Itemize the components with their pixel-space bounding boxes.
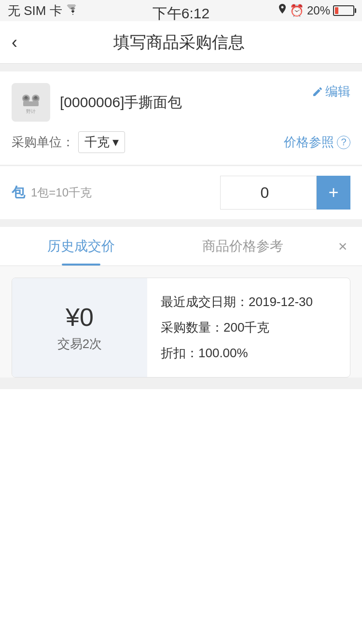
- tabs-header: 历史成交价 商品价格参考 ×: [0, 227, 362, 266]
- discount-row: 折扣：100.00%: [161, 345, 336, 362]
- price-card-right: 最近成交日期：2019-12-30 采购数量：200千克 折扣：100.00%: [147, 278, 350, 377]
- carrier-text: 无 SIM 卡: [8, 2, 62, 19]
- discount-value: 100.00%: [198, 346, 248, 360]
- unit-select[interactable]: 千克 ▾: [78, 131, 125, 153]
- edit-button[interactable]: 编辑: [312, 83, 350, 100]
- nav-bar: ‹ 填写商品采购信息: [0, 21, 362, 64]
- battery-percent: 20%: [307, 4, 330, 17]
- tab-history-price[interactable]: 历史成交价: [0, 227, 162, 266]
- tab-close-button[interactable]: ×: [323, 227, 362, 266]
- price-value: 0: [80, 303, 94, 331]
- price-ref-label: 价格参照: [284, 134, 334, 151]
- product-image: 野计: [12, 83, 50, 122]
- back-button[interactable]: ‹: [12, 32, 17, 53]
- price-ref-button[interactable]: 价格参照 ?: [284, 134, 350, 151]
- price-card-left: ¥0 交易2次: [12, 278, 147, 377]
- battery-icon: [333, 5, 354, 16]
- quantity-detail-label: 采购数量：: [161, 320, 223, 335]
- alarm-icon: ⏰: [290, 4, 304, 17]
- svg-rect-6: [23, 101, 39, 106]
- dropdown-icon: ▾: [112, 135, 119, 150]
- unit-value: 千克: [84, 134, 110, 151]
- recent-date-row: 最近成交日期：2019-12-30: [161, 294, 336, 310]
- empty-space: [0, 389, 362, 644]
- svg-point-5: [34, 96, 37, 99]
- tab-active-indicator: [62, 264, 100, 266]
- currency-symbol: ¥: [66, 303, 80, 331]
- discount-label: 折扣：: [161, 346, 198, 360]
- status-time: 下午6:12: [153, 4, 209, 24]
- wifi-icon: [66, 3, 80, 18]
- product-name: [0000006]手撕面包: [60, 93, 182, 112]
- unit-label: 采购单位：: [12, 134, 74, 151]
- price-amount: ¥0: [66, 303, 94, 332]
- product-card: 野计 [0000006]手撕面包 编辑 采购单位： 千克 ▾ 价格参照 ?: [0, 71, 362, 165]
- tab-history-price-label: 历史成交价: [47, 237, 115, 255]
- quantity-convert-text: 1包=10千克: [31, 185, 92, 200]
- quantity-row: 采购数量：200千克: [161, 319, 336, 336]
- close-icon: ×: [338, 238, 348, 255]
- location-icon: [278, 4, 287, 17]
- tab-product-price-ref[interactable]: 商品价格参考: [162, 227, 323, 266]
- recent-date-value: 2019-12-30: [249, 294, 313, 309]
- page-title: 填写商品采购信息: [25, 31, 333, 54]
- recent-date-label: 最近成交日期：: [161, 294, 249, 309]
- status-left: 无 SIM 卡: [8, 2, 80, 19]
- quantity-input[interactable]: [220, 176, 317, 210]
- tab-product-price-ref-label: 商品价格参考: [202, 237, 283, 255]
- product-unit-row: 采购单位： 千克 ▾ 价格参照 ?: [12, 131, 350, 153]
- svg-point-4: [25, 96, 28, 99]
- price-card: ¥0 交易2次 最近成交日期：2019-12-30 采购数量：200千克 折扣：…: [12, 278, 350, 378]
- svg-text:野计: 野计: [26, 109, 36, 114]
- help-icon: ?: [337, 136, 350, 149]
- status-bar: 无 SIM 卡 下午6:12 ⏰ 20%: [0, 0, 362, 21]
- price-times: 交易2次: [57, 336, 102, 352]
- product-left: 野计 [0000006]手撕面包: [12, 83, 182, 122]
- quantity-plus-button[interactable]: +: [317, 176, 350, 210]
- status-right: ⏰ 20%: [278, 4, 354, 17]
- quantity-detail-value: 200千克: [223, 320, 269, 335]
- quantity-input-group: +: [220, 176, 350, 210]
- product-header: 野计 [0000006]手撕面包 编辑: [12, 83, 350, 122]
- quantity-label: 包 1包=10千克: [12, 183, 92, 202]
- quantity-unit-icon: 包: [12, 183, 25, 202]
- quantity-section: 包 1包=10千克 +: [0, 166, 362, 219]
- tabs-section: 历史成交价 商品价格参考 × ¥0 交易2次 最近成交日期：2019-12-30…: [0, 227, 362, 378]
